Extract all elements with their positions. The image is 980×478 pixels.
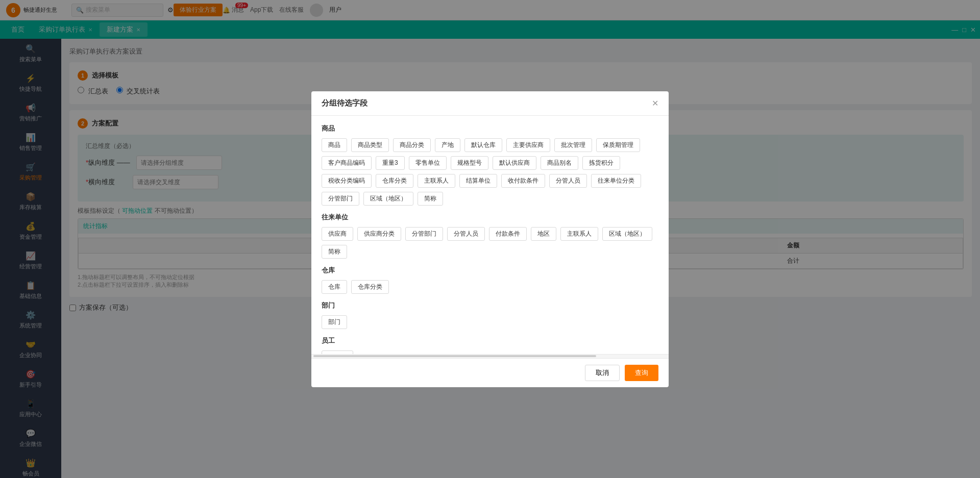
field-tag-supplier-category[interactable]: 供应商分类 — [357, 227, 401, 241]
field-tag-short-name-cp[interactable]: 简称 — [322, 245, 347, 259]
cancel-button[interactable]: 取消 — [585, 365, 620, 381]
section-title-goods: 商品 — [322, 124, 658, 133]
field-tag-retail-unit[interactable]: 零售单位 — [409, 156, 447, 170]
field-tag-spec-model[interactable]: 规格型号 — [451, 156, 488, 170]
field-tag-main-supplier[interactable]: 主要供应商 — [506, 138, 550, 152]
field-tag-counterpart-category[interactable]: 往来单位分类 — [591, 174, 641, 188]
field-tag-salesperson[interactable]: 业务员 — [322, 350, 353, 354]
field-tag-region-goods[interactable]: 区域（地区） — [363, 192, 413, 206]
field-tag-department[interactable]: 部门 — [322, 315, 347, 329]
field-tag-payment-condition[interactable]: 付款条件 — [489, 227, 527, 241]
field-tag-pick-points[interactable]: 拣货积分 — [582, 156, 620, 170]
warehouse-fields: 仓库 仓库分类 — [322, 280, 658, 294]
field-selection-modal: 分组待选字段 ✕ 商品 商品 商品类型 商品分类 产地 默认仓库 主要供应商 批… — [311, 91, 669, 387]
modal-body[interactable]: 商品 商品 商品类型 商品分类 产地 默认仓库 主要供应商 批次管理 保质期管理… — [311, 116, 669, 354]
hscroll-thumb — [313, 355, 596, 357]
modal-close-button[interactable]: ✕ — [652, 98, 658, 108]
field-tag-goods-category[interactable]: 商品分类 — [393, 138, 431, 152]
field-tag-managed-dept[interactable]: 分管部门 — [405, 227, 443, 241]
modal-footer: 取消 查询 — [311, 358, 669, 387]
modal-overlay: 分组待选字段 ✕ 商品 商品 商品类型 商品分类 产地 默认仓库 主要供应商 批… — [0, 0, 980, 478]
field-tag-region[interactable]: 地区 — [531, 227, 556, 241]
field-tag-customer-code[interactable]: 客户商品编码 — [322, 156, 372, 170]
confirm-button[interactable]: 查询 — [625, 365, 658, 381]
field-tag-supplier[interactable]: 供应商 — [322, 227, 353, 241]
field-tag-default-warehouse[interactable]: 默认仓库 — [464, 138, 502, 152]
field-tag-warehouse-cat[interactable]: 仓库分类 — [351, 280, 389, 294]
field-tag-origin[interactable]: 产地 — [435, 138, 460, 152]
field-tag-weight3[interactable]: 重量3 — [376, 156, 405, 170]
section-title-counterpart: 往来单位 — [322, 213, 658, 222]
field-tag-warehouse-category[interactable]: 仓库分类 — [376, 174, 413, 188]
field-tag-default-supplier[interactable]: 默认供应商 — [493, 156, 536, 170]
field-tag-warehouse[interactable]: 仓库 — [322, 280, 347, 294]
goods-fields: 商品 商品类型 商品分类 产地 默认仓库 主要供应商 批次管理 保质期管理 客户… — [322, 138, 658, 206]
field-tag-batch-mgmt[interactable]: 批次管理 — [554, 138, 592, 152]
field-tag-managed-person[interactable]: 分管人员 — [447, 227, 485, 241]
field-tag-region-area[interactable]: 区域（地区） — [602, 227, 652, 241]
field-tag-goods-alias[interactable]: 商品别名 — [541, 156, 578, 170]
counterpart-fields: 供应商 供应商分类 分管部门 分管人员 付款条件 地区 主联系人 区域（地区） … — [322, 227, 658, 259]
employee-fields: 业务员 — [322, 350, 658, 354]
field-tag-main-contact-cp[interactable]: 主联系人 — [560, 227, 598, 241]
field-tag-settlement-unit[interactable]: 结算单位 — [459, 174, 497, 188]
field-tag-payment-terms[interactable]: 收付款条件 — [501, 174, 545, 188]
department-fields: 部门 — [322, 315, 658, 329]
modal-title: 分组待选字段 — [322, 98, 368, 108]
field-tag-short-name-goods[interactable]: 简称 — [418, 192, 443, 206]
modal-horizontal-scrollbar[interactable] — [311, 354, 669, 358]
section-title-employee: 员工 — [322, 336, 658, 345]
section-title-warehouse: 仓库 — [322, 266, 658, 275]
field-tag-goods[interactable]: 商品 — [322, 138, 347, 152]
field-tag-goods-type[interactable]: 商品类型 — [351, 138, 389, 152]
modal-header: 分组待选字段 ✕ — [311, 91, 669, 116]
field-tag-dept-managed[interactable]: 分管部门 — [322, 192, 359, 206]
field-tag-expiry-mgmt[interactable]: 保质期管理 — [596, 138, 640, 152]
field-tag-main-contact[interactable]: 主联系人 — [418, 174, 455, 188]
section-title-department: 部门 — [322, 301, 658, 310]
field-tag-tax-code[interactable]: 税收分类编码 — [322, 174, 372, 188]
field-tag-supervisor[interactable]: 分管人员 — [549, 174, 587, 188]
